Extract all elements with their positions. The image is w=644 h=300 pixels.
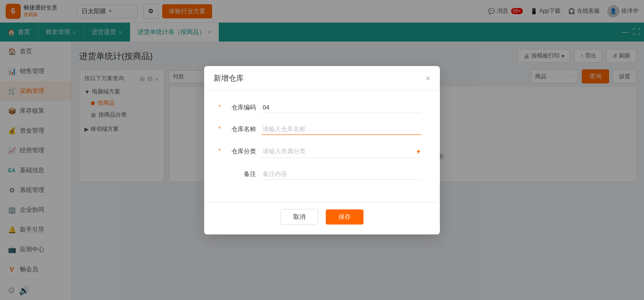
modal-header: 新增仓库 × [204, 66, 440, 91]
remark-input[interactable] [262, 168, 421, 180]
name-label: 仓库名称 [223, 125, 256, 133]
code-label: 仓库编码 [223, 103, 256, 112]
code-input[interactable] [262, 102, 421, 113]
category-label: 仓库分类 [223, 147, 256, 156]
modal-dialog: 新增仓库 × 仓库编码 仓库名称 仓库分类 请输入所属分类 ▾ [204, 66, 440, 234]
remark-label: 备注 [223, 170, 256, 178]
form-row-remark: 备注 [223, 168, 421, 180]
modal-overlay[interactable]: 新增仓库 × 仓库编码 仓库名称 仓库分类 请输入所属分类 ▾ [0, 0, 644, 300]
form-row-name: 仓库名称 [223, 124, 421, 135]
modal-title: 新增仓库 [214, 74, 244, 83]
modal-close-button[interactable]: × [425, 74, 430, 83]
form-row-category: 仓库分类 请输入所属分类 ▾ [223, 145, 421, 158]
name-input[interactable] [262, 124, 421, 135]
modal-footer: 取消 保存 [204, 202, 440, 234]
modal-body: 仓库编码 仓库名称 仓库分类 请输入所属分类 ▾ 备注 [204, 91, 440, 201]
category-dropdown-icon: ▾ [417, 148, 420, 155]
category-select[interactable]: 请输入所属分类 ▾ [262, 145, 421, 158]
form-row-code: 仓库编码 [223, 102, 421, 113]
category-placeholder: 请输入所属分类 [263, 147, 305, 156]
cancel-button[interactable]: 取消 [281, 209, 318, 225]
save-button[interactable]: 保存 [326, 209, 363, 225]
